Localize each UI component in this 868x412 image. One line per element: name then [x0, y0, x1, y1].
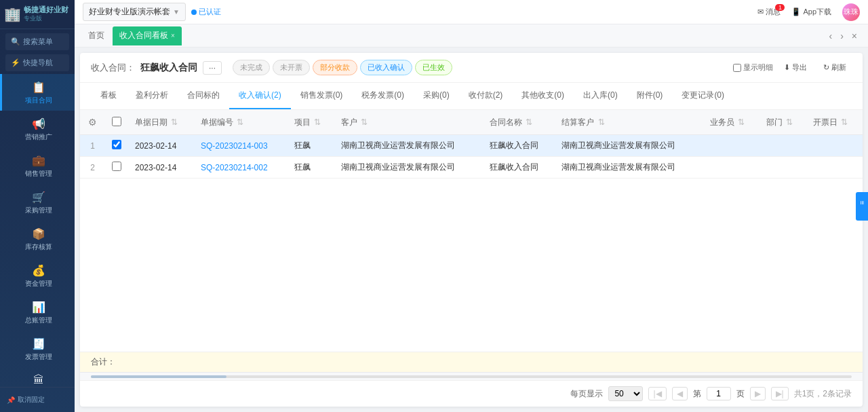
content-area: 收入合同： 狂飙收入合同 ··· 未完成 未开票 部分收款 已收入确认 已生效 …	[80, 53, 863, 407]
td-number: SQ-20230214-003	[194, 135, 288, 157]
td-settle-customer: 湖南卫视商业运营发展有限公司	[555, 157, 703, 179]
contract-title-label: 收入合同：	[91, 62, 135, 74]
sidebar-item-funds[interactable]: 💰 资金管理	[0, 257, 75, 294]
tab-close-icon[interactable]: ×	[171, 32, 175, 39]
refresh-label: 刷新	[831, 62, 846, 73]
sidebar-item-general-ledger[interactable]: 📊 总账管理	[0, 294, 75, 331]
export-button[interactable]: ⬇ 导出	[778, 60, 812, 75]
subtab-other-income[interactable]: 其他收支(0)	[512, 83, 574, 109]
pagination-last-button[interactable]: ▶|	[771, 387, 789, 400]
th-customer-sort-icon: ⇅	[361, 117, 368, 127]
td-project: 狂飙	[288, 157, 334, 179]
certified-dot-icon	[191, 10, 197, 15]
subtab-purchase[interactable]: 采购(0)	[414, 83, 459, 109]
sidebar-item-funds-label: 资金管理	[25, 279, 52, 288]
message-button[interactable]: ✉ 消息 1	[757, 7, 781, 17]
table-row: 1 2023-02-14 SQ-20230214-003 狂飙 湖南卫视商业运营…	[80, 135, 863, 157]
subtab-outbound[interactable]: 出入库(0)	[574, 83, 627, 109]
th-project-label: 项目	[294, 117, 311, 127]
tab-nav-buttons: ‹ › ×	[826, 29, 860, 43]
horizontal-scrollbar[interactable]	[80, 372, 863, 380]
status-uninvoiced-button[interactable]: 未开票	[273, 60, 310, 75]
subtab-tax-invoice[interactable]: 税务发票(0)	[352, 83, 414, 109]
th-number-label: 单据编号	[201, 117, 233, 127]
refresh-icon: ↻	[823, 63, 829, 72]
message-icon: ✉	[757, 7, 764, 16]
subtabs: 看板 盈利分析 合同标的 收入确认(2) 销售发票(0) 税务发票(0) 采购(…	[80, 83, 863, 110]
breadcrumb-home[interactable]: 首页	[83, 27, 110, 44]
subtab-profit[interactable]: 盈利分析	[126, 83, 178, 109]
subtab-attachments[interactable]: 附件(0)	[627, 83, 673, 109]
th-contract-name-sort-icon: ⇅	[526, 117, 532, 127]
certified-label: 已认证	[199, 7, 221, 17]
search-icon: 🔍	[11, 37, 20, 46]
th-open-date-sort-icon: ⇅	[841, 117, 848, 127]
column-settings-button[interactable]: ⚙	[87, 115, 98, 129]
refresh-button[interactable]: ↻ 刷新	[818, 60, 852, 75]
per-page-select[interactable]: 20 50 100	[608, 386, 643, 401]
sidebar-item-invoice-label: 发票管理	[25, 352, 52, 362]
sidebar-search-area: 🔍 搜索菜单	[0, 29, 75, 54]
select-all-checkbox[interactable]	[112, 117, 121, 126]
th-project: 项目 ⇅	[288, 110, 334, 135]
app-name: 畅捷通好业财	[24, 5, 68, 14]
status-uncomplete-button[interactable]: 未完成	[233, 60, 270, 75]
sidebar-item-marketing[interactable]: 📢 营销推广	[0, 111, 75, 147]
sidebar-item-sales[interactable]: 💼 销售管理	[0, 147, 75, 184]
td-contract-name: 狂飙收入合同	[483, 157, 555, 179]
td-department	[760, 135, 806, 157]
status-confirmed-button[interactable]: 已收入确认	[360, 60, 412, 75]
sidebar-item-tax[interactable]: 🏛 税务管理	[0, 367, 75, 387]
tab-nav-close-button[interactable]: ×	[849, 29, 860, 43]
search-menu-button[interactable]: 🔍 搜索菜单	[5, 33, 69, 50]
pagination-first-button[interactable]: |◀	[648, 387, 666, 400]
td-customer: 湖南卫视商业运营发展有限公司	[334, 135, 483, 157]
company-selector[interactable]: 好业财专业版演示帐套 ▼	[83, 3, 186, 21]
row-checkbox[interactable]	[112, 162, 121, 171]
cancel-pin-button[interactable]: 📌 取消固定	[0, 392, 75, 408]
sidebar-item-invoice[interactable]: 🧾 发票管理	[0, 331, 75, 367]
document-number-link[interactable]: SQ-20230214-003	[201, 141, 268, 151]
pagination-prev-button[interactable]: ◀	[672, 387, 688, 400]
marketing-icon: 📢	[31, 116, 46, 131]
scrollbar-thumb[interactable]	[91, 375, 226, 378]
subtab-kanban[interactable]: 看板	[91, 83, 126, 109]
table-area: ⚙ 单据日期 ⇅ 单据编号 ⇅	[80, 110, 863, 352]
contract-status-buttons: 未完成 未开票 部分收款 已收入确认 已生效	[233, 60, 452, 75]
purchase-icon: 🛒	[31, 189, 46, 204]
status-active-button[interactable]: 已生效	[415, 60, 452, 75]
app-logo: 🏢 畅捷通好业财 专业版	[0, 0, 75, 29]
main-area: 好业财专业版演示帐套 ▼ 已认证 ✉ 消息 1 📱 App下载 珠珠 首页 收入	[75, 0, 868, 412]
active-tab-label: 收入合同看板	[119, 30, 168, 41]
sidebar-item-project-contract[interactable]: 📋 项目合同	[0, 74, 75, 111]
subtab-payment[interactable]: 收付款(2)	[459, 83, 513, 109]
contract-more-button[interactable]: ···	[203, 61, 222, 75]
subtab-change-log[interactable]: 变更记录(0)	[672, 83, 734, 109]
tab-nav-prev-button[interactable]: ‹	[826, 29, 835, 43]
row-checkbox[interactable]	[112, 140, 121, 149]
subtab-contract-std[interactable]: 合同标的	[178, 83, 229, 109]
tab-nav-next-button[interactable]: ›	[837, 29, 846, 43]
th-department-sort-icon: ⇅	[786, 117, 793, 127]
right-sidebar-icon[interactable]: ≡	[856, 192, 863, 221]
pagination-next-button[interactable]: ▶	[750, 387, 766, 400]
td-checkbox	[105, 135, 128, 157]
th-customer: 客户 ⇅	[334, 110, 483, 135]
td-open-date	[806, 157, 863, 179]
status-partial-button[interactable]: 部分收款	[313, 60, 357, 75]
app-download-button[interactable]: 📱 App下载	[791, 7, 831, 17]
td-number: SQ-20230214-002	[194, 157, 288, 179]
pagination-page-input[interactable]	[707, 387, 731, 400]
td-settings: 2	[80, 157, 105, 179]
td-salesman	[703, 157, 760, 179]
sidebar-item-inventory[interactable]: 📦 库存核算	[0, 221, 75, 257]
display-detail-checkbox[interactable]	[733, 64, 741, 72]
document-number-link[interactable]: SQ-20230214-002	[201, 163, 268, 172]
user-avatar[interactable]: 珠珠	[842, 3, 860, 21]
active-tab[interactable]: 收入合同看板 ×	[113, 26, 182, 45]
invoice-icon: 🧾	[31, 336, 46, 351]
subtab-sales-invoice[interactable]: 销售发票(0)	[291, 83, 353, 109]
subtab-income-confirm[interactable]: 收入确认(2)	[229, 83, 291, 109]
quick-nav-button[interactable]: ⚡ 快捷导航	[5, 54, 69, 71]
sidebar-item-purchase[interactable]: 🛒 采购管理	[0, 184, 75, 221]
